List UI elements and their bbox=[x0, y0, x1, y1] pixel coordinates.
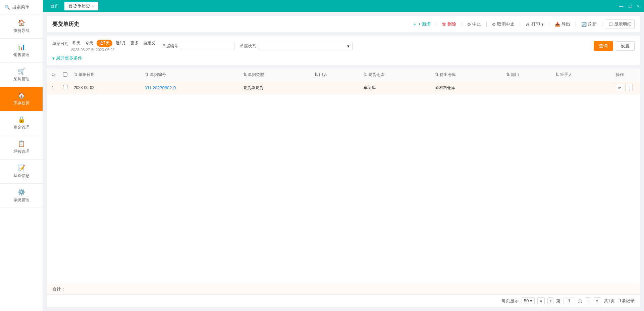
sidebar-item-quick-nav[interactable]: 🏠 快捷导航 bbox=[0, 14, 43, 39]
refresh-button[interactable]: 🔄 刷新 bbox=[579, 20, 599, 29]
col-settings[interactable]: ⚙ bbox=[47, 69, 59, 81]
doc-icon: 📝 bbox=[18, 164, 25, 172]
sidebar-item-label: 快捷导航 bbox=[13, 28, 30, 34]
row-edit-button[interactable]: ✏ bbox=[616, 84, 623, 91]
cancel-stop-button[interactable]: ⊘ 取消中止 bbox=[490, 20, 517, 29]
table-area: ⚙ ⇅ 单据日期 ⇅ 单据编号 ⇅ 单据类型 ⇅ 门店 ⇅ 要货仓库 ⇅ 待出仓… bbox=[47, 69, 640, 307]
export-label: 导出 bbox=[561, 21, 570, 27]
col-handler[interactable]: ⇅ 经手人 bbox=[553, 69, 613, 81]
cell-req-wh: 车间库 bbox=[361, 81, 432, 94]
select-all-checkbox[interactable] bbox=[63, 72, 67, 77]
delete-label: 删除 bbox=[447, 21, 456, 27]
search-icon: 🔍 bbox=[5, 5, 10, 10]
page-size-select[interactable]: 50 ▾ bbox=[522, 297, 535, 304]
status-select[interactable]: ▾ bbox=[259, 42, 353, 50]
checkbox-icon: ☐ bbox=[609, 22, 613, 27]
cell-ops: ✏ ⋮ bbox=[613, 81, 640, 94]
window-controls: — □ × bbox=[618, 2, 641, 10]
col-type-icon: ⇅ bbox=[243, 72, 247, 77]
next-page-button[interactable]: › bbox=[585, 297, 591, 304]
settings-button[interactable]: 设置 bbox=[616, 41, 635, 51]
shortcut-more[interactable]: 更多 bbox=[129, 40, 140, 46]
row-checkbox[interactable] bbox=[63, 85, 67, 89]
page-size-text: 每页显示 bbox=[501, 298, 519, 304]
export-button[interactable]: 📤 导出 bbox=[553, 20, 572, 29]
print-button[interactable]: 🖨 打印 ▾ bbox=[524, 20, 546, 29]
date-range-display: 2023-05-27 至 2023-06-02 bbox=[71, 47, 157, 52]
cell-store bbox=[312, 81, 361, 94]
new-button[interactable]: ＋ + 新增 bbox=[411, 20, 433, 29]
cell-checkbox[interactable] bbox=[59, 81, 71, 94]
tab-home[interactable]: 首页 bbox=[46, 2, 63, 10]
divider bbox=[549, 22, 549, 27]
prev-page-button[interactable]: ‹ bbox=[547, 297, 553, 304]
minimize-icon[interactable]: — bbox=[618, 2, 625, 10]
sidebar-item-system[interactable]: ⚙️ 系统管理 bbox=[0, 184, 43, 208]
sidebar-item-basic[interactable]: 📝 基础信息 bbox=[0, 160, 43, 184]
filter-row: 单据日期 昨天 今天 近7天 近1月 更多 自定义 2023-05-27 至 2… bbox=[52, 40, 635, 52]
row-more-button[interactable]: ⋮ bbox=[625, 84, 633, 91]
content-area: 要货单历史 ＋ + 新增 🗑 删除 ⊘ 中止 ⊘ bbox=[43, 12, 644, 311]
shortcut-today[interactable]: 今天 bbox=[84, 40, 95, 46]
sidebar-item-finance[interactable]: 🔒 资金管理 bbox=[0, 111, 43, 135]
sidebar-item-operation[interactable]: 📋 经营管理 bbox=[0, 135, 43, 160]
sidebar-item-purchase[interactable]: 🛒 采购管理 bbox=[0, 63, 43, 87]
cancel-stop-label: 取消中止 bbox=[497, 21, 515, 27]
expand-label: 展开更多条件 bbox=[56, 55, 82, 61]
refresh-icon: 🔄 bbox=[581, 22, 587, 27]
cell-type: 要货单要货 bbox=[240, 81, 312, 94]
divider bbox=[602, 22, 602, 27]
sidebar-item-label: 销售管理 bbox=[13, 52, 30, 58]
shortcut-1month[interactable]: 近1月 bbox=[114, 40, 127, 46]
page-number-input[interactable] bbox=[563, 298, 575, 304]
cell-settings: 1 bbox=[47, 81, 59, 94]
cancel-stop-icon: ⊘ bbox=[492, 22, 496, 27]
maximize-icon[interactable]: □ bbox=[628, 2, 633, 10]
col-pending-wh[interactable]: ⇅ 待出仓库 bbox=[432, 69, 503, 81]
display-detail-label: 显示明细 bbox=[614, 21, 632, 27]
close-icon[interactable]: × bbox=[635, 2, 641, 10]
col-type[interactable]: ⇅ 单据类型 bbox=[240, 69, 312, 81]
doc-no-link[interactable]: YH-20230602-0 bbox=[145, 85, 176, 90]
table-body: 1 2023-06-02 YH-20230602-0 要货单要货 车间库 原材料… bbox=[47, 81, 640, 94]
col-dept-icon: ⇅ bbox=[506, 72, 510, 77]
cell-dept bbox=[503, 81, 553, 94]
page-suffix: 页 bbox=[578, 298, 582, 304]
doc-no-input[interactable] bbox=[181, 42, 234, 50]
sidebar-search[interactable]: 🔍 搜索菜单 bbox=[0, 0, 43, 14]
inventory-icon: 🏠 bbox=[18, 92, 25, 99]
cell-no: YH-20230602-0 bbox=[142, 81, 240, 94]
last-page-button[interactable]: » bbox=[594, 297, 601, 304]
col-dept[interactable]: ⇅ 部门 bbox=[503, 69, 553, 81]
shortcut-custom[interactable]: 自定义 bbox=[142, 40, 157, 46]
col-checkbox[interactable] bbox=[59, 69, 71, 81]
col-store[interactable]: ⇅ 门店 bbox=[312, 69, 361, 81]
sidebar-item-sales[interactable]: 📊 销售管理 bbox=[0, 39, 43, 63]
page-header: 要货单历史 ＋ + 新增 🗑 删除 ⊘ 中止 ⊘ bbox=[47, 16, 640, 32]
expand-filter-button[interactable]: ▾ 展开更多条件 bbox=[52, 55, 635, 61]
col-date[interactable]: ⇅ 单据日期 bbox=[71, 69, 142, 81]
sidebar-item-inventory[interactable]: 🏠 库存核算 bbox=[0, 87, 43, 111]
action-buttons: 查询 设置 bbox=[594, 41, 635, 51]
shortcut-yesterday[interactable]: 昨天 bbox=[71, 40, 82, 46]
clipboard-icon: 📋 bbox=[18, 140, 25, 147]
col-no-icon: ⇅ bbox=[145, 72, 149, 77]
cell-handler bbox=[553, 81, 613, 94]
col-req-wh[interactable]: ⇅ 要货仓库 bbox=[361, 69, 432, 81]
new-label: + 新增 bbox=[418, 21, 431, 27]
new-icon: ＋ bbox=[413, 21, 417, 27]
col-no[interactable]: ⇅ 单据编号 bbox=[142, 69, 240, 81]
toolbar: ＋ + 新增 🗑 删除 ⊘ 中止 ⊘ 取消中止 bbox=[411, 19, 635, 29]
stop-button[interactable]: ⊘ 中止 bbox=[465, 20, 483, 29]
pagination: 每页显示 50 ▾ « ‹ 第 页 › » 共1页，1条记录 bbox=[47, 294, 640, 307]
tab-active[interactable]: 要货单历史 × bbox=[64, 2, 98, 10]
tab-close-icon[interactable]: × bbox=[92, 4, 94, 8]
first-page-button[interactable]: « bbox=[537, 297, 544, 304]
print-arrow-icon: ▾ bbox=[541, 22, 544, 27]
display-detail-button[interactable]: ☐ 显示明细 bbox=[606, 19, 635, 29]
expand-icon: ▾ bbox=[52, 56, 55, 61]
query-button[interactable]: 查询 bbox=[594, 41, 613, 51]
status-label: 单据状态 bbox=[240, 43, 256, 49]
shortcut-7days[interactable]: 近7天 bbox=[97, 40, 112, 47]
delete-button[interactable]: 🗑 删除 bbox=[440, 20, 458, 29]
